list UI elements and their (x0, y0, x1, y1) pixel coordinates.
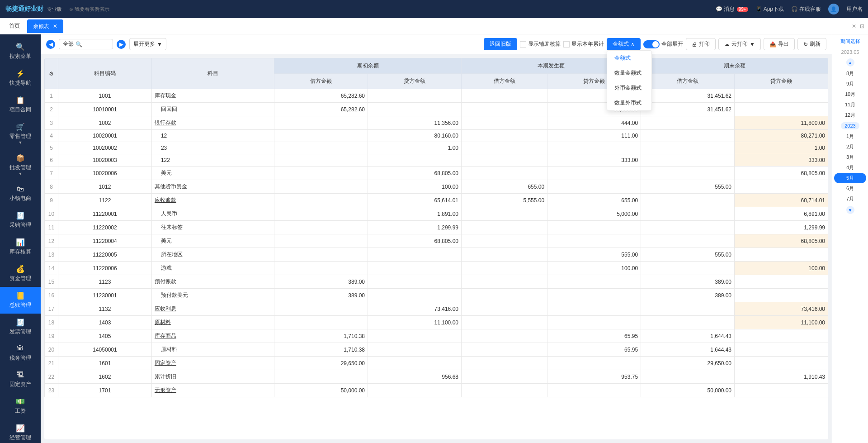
sidebar-item-project[interactable]: 📋 项目合同 (0, 91, 41, 118)
tab-balance-sheet[interactable]: 余额表 ✕ (27, 19, 63, 33)
view-mode-btn[interactable]: 金额式 ∧ (607, 38, 641, 50)
demo-link[interactable]: ⊙ 我要看实例演示 (69, 6, 109, 13)
row-name[interactable]: 应收利息 (151, 302, 274, 316)
row-cl-credit (735, 289, 828, 302)
row-cl-debit (641, 221, 735, 234)
collapse-down-btn[interactable]: ▼ (846, 206, 854, 214)
user-avatar[interactable]: 👤 (828, 4, 839, 14)
sidebar-item-quick-nav[interactable]: ⚡ 快捷导航 (0, 65, 41, 91)
refresh-btn[interactable]: ↻ 刷新 (797, 38, 826, 50)
username-label: 用户名 (846, 5, 863, 13)
sidebar-item-ecommerce[interactable]: 🛍 小畅电商 (0, 181, 41, 207)
nav-left-arrow[interactable]: ◀ (46, 40, 55, 49)
sidebar-item-fixed-assets[interactable]: 🏗 固定资产 (0, 367, 41, 393)
right-panel: 期间选择 2023.05 ▲ 8月 9月 10月 11月 12月 2023 1月… (832, 34, 868, 443)
row-name[interactable]: 预付账款 (151, 275, 274, 289)
row-name[interactable]: 其他货币资金 (151, 180, 274, 194)
month-item-11[interactable]: 11月 (834, 100, 866, 110)
cloud-print-btn[interactable]: ☁ 云打印 ▼ (718, 38, 761, 50)
month-item-9[interactable]: 9月 (834, 79, 866, 89)
table-wrapper: ⚙ 科目编码 科目 期初余额 本期发生额 期末余额 借方金额 贷方金额 借方金额… (44, 58, 828, 439)
tab-home[interactable]: 首页 (4, 19, 25, 33)
row-cl-credit: 73,416.00 (735, 302, 828, 316)
sidebar-item-purchase[interactable]: 🧾 采购管理 (0, 207, 41, 233)
sidebar-item-operations[interactable]: 📈 经营管理 (0, 419, 41, 443)
row-name[interactable]: 累计折旧 (151, 370, 274, 384)
cloud-print-chevron: ▼ (750, 41, 755, 48)
tab-bar-expand-icon[interactable]: ⊡ (860, 23, 864, 29)
invoice-icon: 🧾 (0, 318, 41, 327)
month-item-8[interactable]: 8月 (834, 68, 866, 79)
month-item-1[interactable]: 1月 (834, 131, 866, 142)
row-code: 1001 (58, 89, 152, 103)
collapse-up-btn[interactable]: ▲ (846, 58, 854, 67)
sidebar-item-tax[interactable]: 🏛 税务管理 (0, 340, 41, 367)
row-name[interactable]: 应收账款 (151, 194, 274, 207)
month-item-10[interactable]: 10月 (834, 89, 866, 100)
sidebar-item-payroll-label: 工资 (0, 407, 41, 415)
ecommerce-icon: 🛍 (0, 185, 41, 193)
row-name[interactable]: 无形资产 (151, 384, 274, 397)
row-p-credit (547, 221, 641, 234)
view-mode-item-1[interactable]: 数量金额式 (607, 66, 651, 81)
table-settings-cell[interactable]: ⚙ (45, 58, 58, 89)
month-item-4[interactable]: 4月 (834, 162, 866, 173)
expand-all-toggle[interactable] (643, 40, 660, 48)
sidebar-item-finance[interactable]: 💰 资金管理 (0, 260, 41, 287)
row-number: 10 (45, 207, 58, 221)
expand-more-btn[interactable]: 展开更多 ▼ (129, 38, 166, 50)
month-item-3[interactable]: 3月 (834, 152, 866, 162)
table-row: 710020006美元68,805.0068,805.00 (45, 167, 828, 180)
row-cl-credit (735, 384, 828, 397)
show-ytd-label: 显示本年累计 (571, 40, 604, 48)
row-code: 1123 (58, 275, 152, 289)
view-mode-item-3[interactable]: 数量外币式 (607, 95, 651, 110)
view-mode-item-2[interactable]: 外币金额式 (607, 81, 651, 95)
sidebar-item-inventory[interactable]: 📊 库存核算 (0, 233, 41, 260)
row-code: 1122 (58, 194, 152, 207)
row-number: 1 (45, 89, 58, 103)
month-item-6[interactable]: 6月 (834, 183, 866, 194)
app-download-btn[interactable]: 📱 App下载 (755, 5, 784, 13)
view-mode-item-0[interactable]: 金额式 (607, 51, 651, 66)
message-btn[interactable]: 💬 消息 99+ (716, 5, 748, 13)
show-assist-checkbox[interactable] (520, 41, 526, 48)
online-service-btn[interactable]: 🎧 在线客服 (791, 5, 821, 13)
row-p-debit: 655.00 (461, 180, 547, 194)
month-item-7[interactable]: 7月 (834, 194, 866, 204)
payroll-icon: 💵 (0, 397, 41, 406)
export-label: 导出 (778, 40, 789, 48)
month-item-5[interactable]: 5月 (834, 173, 866, 183)
month-item-2[interactable]: 2月 (834, 142, 866, 152)
sidebar-item-search[interactable]: 🔍 搜索菜单 (0, 38, 41, 65)
row-cl-debit (641, 207, 735, 221)
row-cl-debit (641, 262, 735, 275)
row-name[interactable]: 银行存款 (151, 116, 274, 130)
finance-icon: 💰 (0, 265, 41, 273)
sidebar-item-wholesale[interactable]: 📦 批发管理 ▼ (0, 149, 41, 181)
tab-bar-close-icon[interactable]: ✕ (852, 23, 856, 29)
nav-right-arrow[interactable]: ▶ (117, 40, 126, 49)
row-p-debit (461, 275, 547, 289)
row-cl-credit (735, 248, 828, 262)
sidebar-item-ledger[interactable]: 📒 总账管理 (0, 287, 41, 314)
sidebar-item-invoice[interactable]: 🧾 发票管理 (0, 314, 41, 340)
row-name[interactable]: 原材料 (151, 316, 274, 329)
row-cl-debit: 555.00 (641, 180, 735, 194)
row-name[interactable]: 库存商品 (151, 329, 274, 343)
sidebar-item-retail[interactable]: 🛒 零售管理 ▼ (0, 118, 41, 149)
export-btn[interactable]: 📤 导出 (764, 38, 795, 50)
print-btn[interactable]: 🖨 打印 (686, 38, 716, 50)
row-cl-credit (735, 343, 828, 357)
tab-close-icon[interactable]: ✕ (53, 23, 57, 29)
month-item-12[interactable]: 12月 (834, 110, 866, 120)
row-name[interactable]: 固定资产 (151, 357, 274, 370)
row-name[interactable]: 库存现金 (151, 89, 274, 103)
project-icon: 📋 (0, 96, 41, 105)
show-ytd-checkbox[interactable] (563, 41, 570, 48)
row-name: 12 (151, 130, 274, 142)
row-code: 1602 (58, 370, 152, 384)
row-op-credit (368, 384, 462, 397)
back-old-version-btn[interactable]: 退回旧版 (484, 38, 517, 50)
sidebar-item-payroll[interactable]: 💵 工资 (0, 393, 41, 419)
